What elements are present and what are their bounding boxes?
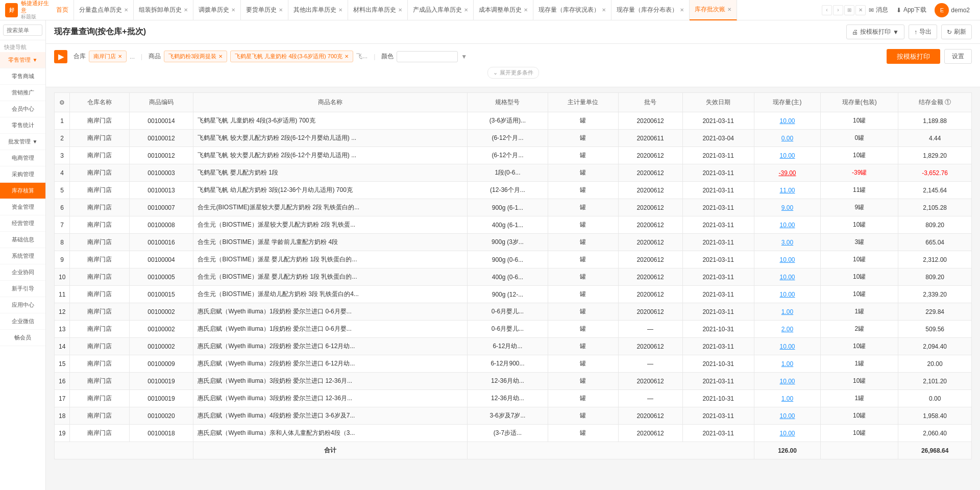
row-unit: 罐 — [548, 425, 618, 442]
tab-prev-button[interactable]: ‹ — [822, 5, 832, 15]
warehouse-tag[interactable]: 南岸门店 ✕ — [89, 51, 127, 62]
tab-zuzhangchaixiao[interactable]: 组装拆卸单历史 ✕ — [134, 0, 193, 20]
sidebar-item-retail-mall[interactable]: 零售商城 — [0, 68, 45, 85]
row-qty-main[interactable]: 3.00 — [754, 234, 821, 251]
product-more[interactable]: 飞... — [356, 52, 368, 61]
tab-close-icon[interactable]: ✕ — [680, 7, 684, 13]
tab-close-icon[interactable]: ✕ — [727, 7, 731, 12]
row-qty-main[interactable]: 1.00 — [754, 303, 821, 321]
tab-xiancunliang2[interactable]: 现存量（库存分布表） ✕ — [611, 0, 690, 20]
filter-expand-button[interactable]: ▶ — [54, 50, 67, 63]
sidebar-item-members[interactable]: 会员中心 — [0, 101, 45, 117]
row-qty-main[interactable]: -39.00 — [754, 164, 821, 182]
tab-close-icon[interactable]: ✕ — [184, 7, 188, 13]
tab-chenben[interactable]: 成本调整单历史 ✕ — [474, 0, 533, 20]
row-qty-main[interactable]: 10.00 — [754, 147, 821, 164]
row-qty-main[interactable]: 10.00 — [754, 286, 821, 303]
row-unit: 罐 — [548, 130, 618, 147]
color-input[interactable] — [397, 51, 458, 62]
row-name: 合生元（BIOSTIME）派星 学龄前儿童配方奶粉 4段 — [193, 234, 468, 251]
row-qty-main[interactable]: 9.00 — [754, 199, 821, 216]
tab-cailiaochuku[interactable]: 材料出库单历史 ✕ — [348, 0, 408, 20]
expand-more-button[interactable]: ⌄ 展开更多条件 — [487, 67, 539, 79]
export-button[interactable]: ↑ 导出 — [909, 24, 937, 39]
tab-yaohuo[interactable]: 要货单历史 ✕ — [241, 0, 288, 20]
warehouse-tags: 南岸门店 ✕ ... — [89, 51, 135, 62]
sidebar-item-operations[interactable]: 经营管理 — [0, 215, 45, 232]
row-warehouse: 南岸门店 — [70, 373, 129, 390]
product-tag-1-close-icon[interactable]: ✕ — [218, 54, 223, 59]
tab-close-icon[interactable]: ✕ — [124, 7, 128, 13]
user-profile[interactable]: E demo2 — [935, 3, 970, 17]
sidebar-item-app-center[interactable]: 应用中心 — [0, 297, 45, 313]
warehouse-tag-close-icon[interactable]: ✕ — [118, 54, 122, 59]
product-tag-2-close-icon[interactable]: ✕ — [345, 54, 349, 59]
sidebar-item-enterprise[interactable]: 企业协同 — [0, 264, 45, 281]
row-qty-main[interactable]: 10.00 — [754, 338, 821, 355]
color-dropdown-icon[interactable]: ▼ — [461, 53, 467, 60]
tab-close-all-button[interactable]: ✕ — [855, 5, 866, 15]
tab-close-icon[interactable]: ✕ — [338, 7, 342, 13]
row-qty-main[interactable]: 11.00 — [754, 182, 821, 199]
row-amount: 809.20 — [898, 268, 972, 286]
tab-close-icon[interactable]: ✕ — [231, 7, 235, 13]
message-button[interactable]: ✉ 消息 — [869, 6, 888, 14]
tab-close-icon[interactable]: ✕ — [464, 7, 468, 13]
tab-next-button[interactable]: › — [833, 5, 843, 15]
row-qty-main[interactable]: 10.00 — [754, 112, 821, 130]
query-button[interactable]: 按模板打印 — [887, 49, 940, 64]
row-qty-main[interactable]: 10.00 — [754, 407, 821, 425]
app-download-button[interactable]: ⬇ App下载 — [896, 6, 926, 14]
table-row: 13 南岸门店 00100002 惠氏启赋（Wyeth illuma）1段奶粉 … — [55, 321, 972, 338]
warehouse-more[interactable]: ... — [130, 53, 135, 60]
tab-close-icon[interactable]: ✕ — [602, 7, 606, 13]
tab-close-icon[interactable]: ✕ — [279, 7, 283, 13]
tab-diaobo[interactable]: 调拨单历史 ✕ — [193, 0, 241, 20]
sidebar-item-guide[interactable]: 新手引导 — [0, 281, 45, 297]
sidebar-item-retail-stats[interactable]: 零售统计 — [0, 117, 45, 134]
sidebar-item-system[interactable]: 系统管理 — [0, 248, 45, 264]
col-settings[interactable]: ⚙ — [55, 93, 70, 112]
tab-kucunpici[interactable]: 库存批次账 ✕ — [690, 0, 737, 20]
row-qty-main[interactable]: 10.00 — [754, 216, 821, 234]
row-qty-main[interactable]: 10.00 — [754, 268, 821, 286]
sidebar-item-marketing[interactable]: 营销推广 — [0, 85, 45, 101]
row-index: 11 — [55, 286, 70, 303]
tab-fenliangpandian[interactable]: 分量盘点单历史 ✕ — [74, 0, 134, 20]
sidebar-item-wholesale[interactable]: 批发管理 ▼ — [0, 134, 45, 150]
tab-more-button[interactable]: ⊞ — [844, 5, 854, 15]
sidebar-item-inventory[interactable]: 库存核算 — [0, 183, 45, 199]
sidebar-item-base-info[interactable]: 基础信息 — [0, 232, 45, 248]
sidebar-item-ecommerce[interactable]: 电商管理 — [0, 150, 45, 166]
tab-chanchengpinruku[interactable]: 产成品入库单历史 ✕ — [408, 0, 474, 20]
row-expire: 2021-03-11 — [682, 268, 754, 286]
tab-xiancunliang1[interactable]: 现存量（库存状况表） ✕ — [533, 0, 611, 20]
sidebar-item-purchase[interactable]: 采购管理 — [0, 166, 45, 183]
export-icon: ↑ — [914, 29, 917, 36]
product-tag-2[interactable]: 飞鹤星飞帆 儿童奶粉 4段(3-6岁适用) 700克 ✕ — [230, 51, 353, 62]
search-input[interactable] — [3, 24, 42, 36]
sidebar-item-finance[interactable]: 资金管理 — [0, 199, 45, 215]
tab-close-icon[interactable]: ✕ — [524, 7, 528, 13]
row-qty-main[interactable]: 1.00 — [754, 390, 821, 407]
tab-qitachuku[interactable]: 其他出库单历史 ✕ — [288, 0, 348, 20]
sidebar-item-wechat[interactable]: 企业微信 — [0, 313, 45, 330]
print-button[interactable]: 🖨 按模板打印 ▼ — [846, 24, 904, 39]
row-qty-pkg: 10罐 — [821, 216, 898, 234]
row-qty-main[interactable]: 10.00 — [754, 373, 821, 390]
row-qty-main[interactable]: 10.00 — [754, 425, 821, 442]
table-row: 2 南岸门店 00100012 飞鹤星飞帆 较大婴儿配方奶粉 2段(6-12个月… — [55, 130, 972, 147]
product-tag-1[interactable]: 飞鹤奶粉3段两提装 ✕ — [164, 51, 227, 62]
refresh-button[interactable]: ↻ 刷新 — [941, 24, 972, 39]
row-qty-main[interactable]: 2.00 — [754, 321, 821, 338]
settings-button[interactable]: 设置 — [944, 49, 972, 64]
sidebar-item-member-plus[interactable]: 畅会员 — [0, 330, 45, 346]
row-qty-main[interactable]: 10.00 — [754, 251, 821, 268]
table-row: 18 南岸门店 00100020 惠氏启赋（Wyeth illuma）4段奶粉 … — [55, 407, 972, 425]
tab-home[interactable]: 首页 — [51, 0, 74, 20]
username: demo2 — [951, 7, 970, 14]
tab-close-icon[interactable]: ✕ — [398, 7, 402, 13]
sidebar-item-retail-management[interactable]: 零售管理 ▼ — [0, 52, 45, 68]
row-qty-main[interactable]: 1.00 — [754, 355, 821, 373]
row-qty-main[interactable]: 0.00 — [754, 130, 821, 147]
